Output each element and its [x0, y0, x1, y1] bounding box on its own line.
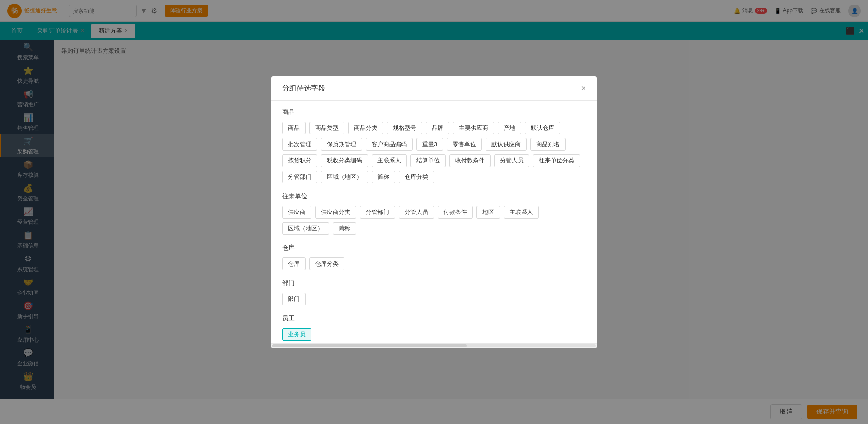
modal-header: 分组待选字段 × — [271, 76, 597, 101]
field-tag-supplier-category[interactable]: 供应商分类 — [315, 206, 356, 219]
section-department-title: 部门 — [282, 279, 586, 287]
field-tag-product-category[interactable]: 商品分类 — [348, 122, 383, 134]
field-tag-partner-category[interactable]: 往来单位分类 — [533, 154, 580, 167]
field-tag-main-contact2[interactable]: 主联系人 — [504, 206, 539, 219]
field-tag-warehouse-category-product[interactable]: 仓库分类 — [399, 171, 434, 183]
section-product-title: 商品 — [282, 108, 586, 116]
section-warehouse-title: 仓库 — [282, 244, 586, 252]
field-tag-dept-charge2[interactable]: 分管部门 — [360, 206, 395, 219]
field-tag-default-warehouse[interactable]: 默认仓库 — [525, 122, 560, 134]
field-tag-default-supplier[interactable]: 默认供应商 — [486, 138, 527, 151]
field-tag-tax-code[interactable]: 税收分类编码 — [321, 154, 368, 167]
field-tag-region-product[interactable]: 区域（地区） — [321, 171, 368, 183]
field-tag-payment-terms[interactable]: 收付款条件 — [449, 154, 491, 167]
field-tag-main-supplier[interactable]: 主要供应商 — [453, 122, 494, 134]
field-tag-brand[interactable]: 品牌 — [426, 122, 449, 134]
product-field-grid: 商品 商品类型 商品分类 规格型号 品牌 主要供应商 产地 默认仓库 批次管理 … — [282, 122, 586, 183]
field-tag-product[interactable]: 商品 — [282, 122, 306, 134]
field-tag-weight3[interactable]: 重量3 — [416, 138, 443, 151]
field-tag-short-name-product[interactable]: 简称 — [372, 171, 395, 183]
employee-field-grid: 业务员 — [282, 328, 586, 341]
section-employee: 员工 业务员 — [282, 314, 586, 341]
field-tag-retail-unit[interactable]: 零售单位 — [447, 138, 482, 151]
modal-overlay: 分组待选字段 × 商品 商品 商品类型 商品分类 规格型号 品牌 主要供应商 产… — [0, 0, 868, 424]
field-tag-warehouse[interactable]: 仓库 — [282, 257, 306, 270]
field-tag-department[interactable]: 部门 — [282, 293, 306, 305]
field-tag-dept-charge[interactable]: 分管部门 — [282, 171, 317, 183]
field-tag-region-partner[interactable]: 地区 — [476, 206, 500, 219]
field-tag-payment-terms2[interactable]: 付款条件 — [438, 206, 473, 219]
field-tag-product-type[interactable]: 商品类型 — [309, 122, 344, 134]
field-tag-batch-mgmt[interactable]: 批次管理 — [282, 138, 317, 151]
partner-field-grid: 供应商 供应商分类 分管部门 分管人员 付款条件 地区 主联系人 区域（地区） … — [282, 206, 586, 235]
modal-close-button[interactable]: × — [581, 84, 586, 92]
modal-hscroll-thumb — [272, 344, 467, 347]
field-tag-salesperson[interactable]: 业务员 — [282, 328, 311, 341]
field-tag-pick-points[interactable]: 拣货积分 — [282, 154, 317, 167]
field-tag-alias[interactable]: 商品别名 — [530, 138, 566, 151]
field-tag-warehouse-category[interactable]: 仓库分类 — [309, 257, 344, 270]
modal-horizontal-scrollbar[interactable] — [271, 343, 597, 348]
section-partner-title: 往来单位 — [282, 192, 586, 200]
field-tag-region-area-partner[interactable]: 区域（地区） — [282, 222, 329, 235]
field-select-modal: 分组待选字段 × 商品 商品 商品类型 商品分类 规格型号 品牌 主要供应商 产… — [271, 76, 597, 348]
field-tag-short-name-partner[interactable]: 简称 — [333, 222, 356, 235]
field-tag-settlement-unit[interactable]: 结算单位 — [410, 154, 446, 167]
section-product: 商品 商品 商品类型 商品分类 规格型号 品牌 主要供应商 产地 默认仓库 批次… — [282, 108, 586, 183]
section-department: 部门 部门 — [282, 279, 586, 305]
modal-hscroll-track — [272, 344, 596, 347]
modal-body[interactable]: 商品 商品 商品类型 商品分类 规格型号 品牌 主要供应商 产地 默认仓库 批次… — [271, 101, 597, 344]
field-tag-charge-person[interactable]: 分管人员 — [494, 154, 529, 167]
section-warehouse: 仓库 仓库 仓库分类 — [282, 244, 586, 270]
field-tag-supplier[interactable]: 供应商 — [282, 206, 311, 219]
field-tag-charge-person2[interactable]: 分管人员 — [399, 206, 434, 219]
section-partner: 往来单位 供应商 供应商分类 分管部门 分管人员 付款条件 地区 主联系人 区域… — [282, 192, 586, 235]
field-tag-origin[interactable]: 产地 — [498, 122, 521, 134]
field-tag-main-contact[interactable]: 主联系人 — [372, 154, 407, 167]
field-tag-spec-model[interactable]: 规格型号 — [387, 122, 422, 134]
department-field-grid: 部门 — [282, 293, 586, 305]
warehouse-field-grid: 仓库 仓库分类 — [282, 257, 586, 270]
field-tag-customer-code[interactable]: 客户商品编码 — [366, 138, 413, 151]
field-tag-shelf-life[interactable]: 保质期管理 — [321, 138, 362, 151]
modal-title: 分组待选字段 — [282, 84, 326, 93]
section-employee-title: 员工 — [282, 314, 586, 323]
